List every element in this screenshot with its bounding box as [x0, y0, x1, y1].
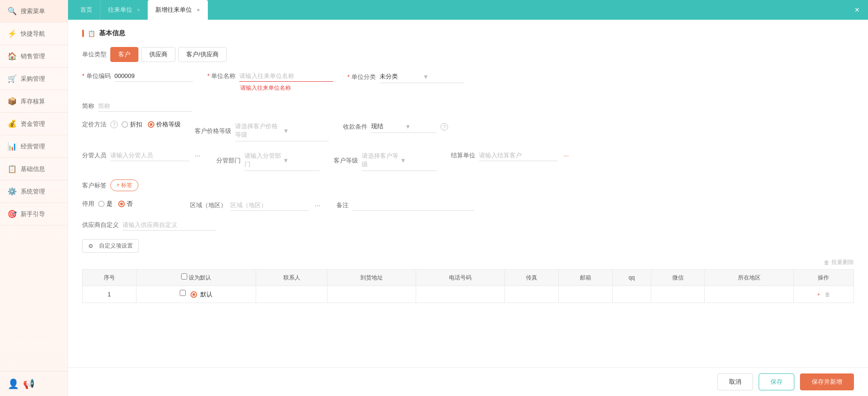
disable-radio-group: 是 否	[98, 200, 133, 208]
sidebar-item-quick-nav[interactable]: ⚡ 快捷导航	[0, 23, 68, 45]
system-icon: ⚙️	[8, 187, 17, 196]
payment-terms-label: 收款条件	[343, 123, 367, 131]
dept-chevron: ▼	[283, 157, 320, 164]
tab-bar: 首页 往来单位 × 新增往来单位 × ×	[68, 0, 868, 20]
short-name-field: 简称	[82, 101, 192, 112]
row-delete-btn[interactable]: 🗑	[825, 291, 830, 298]
cell-default: 默认	[136, 286, 256, 303]
settlement-more[interactable]: ···	[562, 152, 571, 159]
sidebar-item-inventory[interactable]: 📦 库存核算	[0, 90, 68, 113]
unit-type-buttons: 客户 供应商 客户/供应商	[110, 47, 227, 62]
payment-terms-help[interactable]: ?	[441, 123, 448, 131]
finance-icon: 💰	[8, 119, 17, 128]
col-region: 所在地区	[705, 270, 793, 286]
disable-yes-option[interactable]: 是	[98, 200, 113, 208]
region-field: 区域（地区） ···	[190, 200, 322, 211]
manager-more[interactable]: ···	[193, 152, 202, 159]
save-button[interactable]: 保存	[759, 373, 794, 390]
department-select[interactable]: 请输入分管部门 ▼	[244, 150, 320, 171]
batch-delete-btn[interactable]: 🗑 批量删除	[824, 258, 854, 266]
settlement-unit-field: 结算单位 ···	[451, 150, 571, 161]
unit-category-field: 单位分类 未分类 ▼	[347, 70, 464, 83]
region-label: 区域（地区）	[190, 201, 227, 210]
section-divider	[82, 30, 84, 37]
unit-category-select[interactable]: 未分类 ▼	[380, 70, 464, 83]
pricing-level-radio[interactable]	[148, 121, 154, 128]
customer-level-select[interactable]: 请选择客户等级 ▼	[362, 150, 437, 171]
notification-icon[interactable]: 📢	[23, 378, 35, 389]
unit-type-supplier-btn[interactable]: 供应商	[141, 47, 175, 62]
tab-new-counterpart[interactable]: 新增往来单位 ×	[148, 0, 207, 20]
row-add-btn[interactable]: +	[817, 291, 820, 298]
user-icon[interactable]: 👤	[8, 378, 19, 389]
tags-row: 客户标签 + 标签	[82, 179, 854, 191]
sidebar-item-system[interactable]: ⚙️ 系统管理	[0, 180, 68, 203]
tab-new-counterpart-close[interactable]: ×	[197, 7, 199, 13]
cancel-button[interactable]: 取消	[717, 373, 753, 390]
basic-info-icon: 📋	[8, 164, 17, 173]
customer-price-level-field: 客户价格等级 请选择客户价格等级 ▼	[195, 120, 329, 141]
cell-wechat	[651, 286, 705, 303]
pricing-discount-radio[interactable]	[122, 121, 128, 128]
unit-type-label: 单位类型	[82, 50, 107, 59]
sidebar-item-finance[interactable]: 💰 资金管理	[0, 113, 68, 135]
unit-code-input[interactable]	[114, 70, 193, 82]
sidebar-item-basic-info[interactable]: 📋 基础信息	[0, 158, 68, 180]
pricing-discount-option[interactable]: 折扣	[122, 120, 142, 129]
customer-level-label: 客户等级	[334, 156, 358, 165]
sidebar-item-operations[interactable]: 📊 经营管理	[0, 135, 68, 158]
region-more[interactable]: ···	[313, 202, 322, 209]
default-radio-option[interactable]: 默认	[190, 290, 213, 299]
unit-type-both-btn[interactable]: 客户/供应商	[178, 47, 227, 62]
cell-email	[559, 286, 613, 303]
disable-no-option[interactable]: 否	[118, 200, 133, 208]
col-address: 到货地址	[327, 270, 416, 286]
disable-yes-radio[interactable]	[98, 201, 105, 207]
cell-qq	[612, 286, 651, 303]
manager-input[interactable]	[110, 150, 189, 161]
guide-icon: 🎯	[8, 210, 17, 218]
supplier-custom-input[interactable]	[122, 219, 216, 231]
sidebar-item-guide[interactable]: 🎯 新手引导	[0, 203, 68, 225]
pricing-method-label: 定价方法	[82, 120, 107, 129]
purchase-icon: 🛒	[8, 74, 17, 83]
operations-icon: 📊	[8, 142, 17, 151]
remarks-input[interactable]	[352, 200, 474, 211]
col-contact: 联系人	[256, 270, 327, 286]
short-name-input[interactable]	[98, 101, 192, 112]
col-email: 邮箱	[559, 270, 613, 286]
settlement-unit-input[interactable]	[479, 150, 558, 161]
customer-price-level-select[interactable]: 请选择客户价格等级 ▼	[235, 120, 329, 141]
custom-settings-btn[interactable]: ⚙ ⚙ 自定义项设置 自定义项设置	[82, 239, 139, 253]
customer-level-field: 客户等级 请选择客户等级 ▼	[334, 150, 437, 171]
disable-no-radio[interactable]	[118, 201, 125, 207]
sales-icon: 🏠	[8, 52, 17, 61]
add-tag-btn[interactable]: + 标签	[110, 179, 138, 191]
tab-home[interactable]: 首页	[73, 0, 100, 20]
tab-counterparts[interactable]: 往来单位 ×	[100, 0, 148, 20]
payment-terms-select[interactable]: 现结 ▼	[371, 120, 437, 133]
sidebar-item-search[interactable]: 🔍 搜索菜单	[0, 0, 68, 23]
search-icon: 🔍	[8, 7, 17, 16]
pricing-help-icon[interactable]: ?	[110, 121, 118, 128]
unit-type-customer-btn[interactable]: 客户	[110, 47, 138, 62]
sidebar-item-purchase[interactable]: 🛒 采购管理	[0, 68, 68, 90]
row-checkbox[interactable]	[180, 290, 186, 296]
pricing-method-field: 定价方法 ? 折扣 价格等级	[82, 120, 181, 129]
cell-seq: 1	[83, 286, 137, 303]
section-title-basic-info: 📋 基本信息	[82, 29, 854, 38]
section-title-icon: 📋	[88, 30, 95, 37]
col-fax: 传真	[505, 270, 559, 286]
region-input[interactable]	[230, 200, 309, 211]
tab-counterparts-close[interactable]: ×	[137, 7, 140, 13]
close-all-tabs[interactable]: ×	[851, 5, 863, 15]
unit-category-label: 单位分类	[347, 73, 376, 81]
pricing-level-option[interactable]: 价格等级	[148, 120, 181, 129]
save-new-button[interactable]: 保存并新增	[800, 373, 854, 390]
sidebar-item-sales[interactable]: 🏠 销售管理	[0, 45, 68, 68]
disable-label: 停用	[82, 200, 94, 208]
supplier-custom-label: 供应商自定义	[82, 221, 119, 229]
unit-category-chevron: ▼	[423, 73, 464, 80]
unit-name-input[interactable]	[239, 70, 333, 82]
select-all-checkbox[interactable]	[181, 273, 187, 280]
